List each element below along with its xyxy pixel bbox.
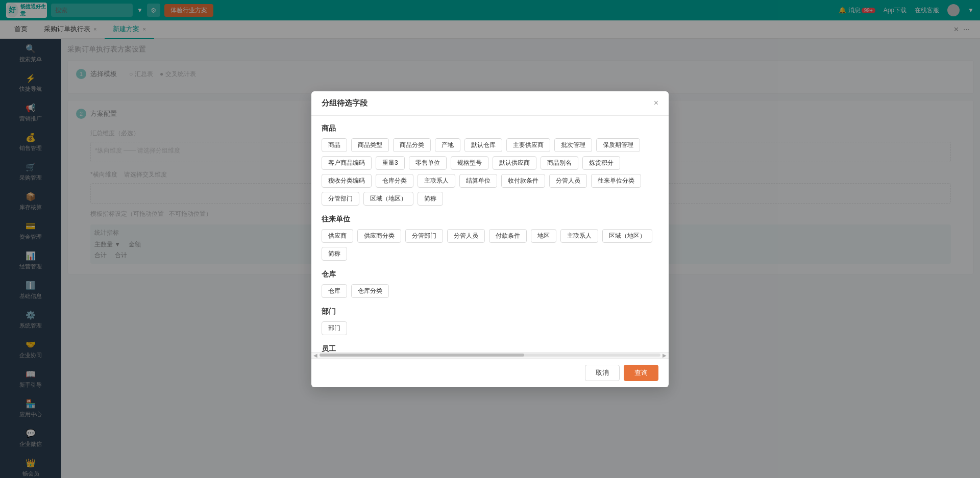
- field-tags-3: 部门: [322, 321, 658, 335]
- modal-header: 分组待选字段 ×: [311, 91, 669, 116]
- field-tags-1: 供应商供应商分类分管部门分管人员付款条件地区主联系人区域（地区）简称: [322, 229, 658, 261]
- field-tag-0-23[interactable]: 区域（地区）: [363, 192, 413, 206]
- field-tag-0-4[interactable]: 默认仓库: [464, 138, 502, 152]
- field-group-title-0: 商品: [322, 124, 658, 133]
- field-tag-0-11[interactable]: 规格型号: [451, 156, 488, 170]
- field-tag-0-24[interactable]: 简称: [418, 192, 443, 206]
- field-tag-0-16[interactable]: 仓库分类: [376, 174, 413, 188]
- modal-body: 商品商品商品类型商品分类产地默认仓库主要供应商批次管理保质期管理客户商品编码重量…: [311, 116, 669, 352]
- field-group-title-3: 部门: [322, 307, 658, 316]
- field-tags-2: 仓库仓库分类: [322, 284, 658, 298]
- field-tag-0-1[interactable]: 商品类型: [351, 138, 389, 152]
- modal: 分组待选字段 × 商品商品商品类型商品分类产地默认仓库主要供应商批次管理保质期管…: [311, 91, 669, 387]
- field-tag-1-4[interactable]: 付款条件: [489, 229, 527, 243]
- field-group-0: 商品商品商品类型商品分类产地默认仓库主要供应商批次管理保质期管理客户商品编码重量…: [322, 124, 658, 206]
- field-group-1: 往来单位供应商供应商分类分管部门分管人员付款条件地区主联系人区域（地区）简称: [322, 215, 658, 261]
- field-tag-1-5[interactable]: 地区: [531, 229, 556, 243]
- modal-overlay: 分组待选字段 × 商品商品商品类型商品分类产地默认仓库主要供应商批次管理保质期管…: [0, 0, 980, 478]
- field-tag-0-5[interactable]: 主要供应商: [506, 138, 550, 152]
- field-tag-0-22[interactable]: 分管部门: [322, 192, 359, 206]
- field-tag-0-6[interactable]: 批次管理: [554, 138, 592, 152]
- field-tag-0-18[interactable]: 结算单位: [459, 174, 497, 188]
- field-tag-1-6[interactable]: 主联系人: [560, 229, 598, 243]
- field-tag-1-1[interactable]: 供应商分类: [357, 229, 401, 243]
- field-tag-0-17[interactable]: 主联系人: [418, 174, 455, 188]
- cancel-button[interactable]: 取消: [585, 365, 620, 381]
- hscroll-thumb: [320, 354, 524, 357]
- field-group-title-2: 仓库: [322, 270, 658, 279]
- modal-title: 分组待选字段: [322, 98, 368, 108]
- field-tag-0-12[interactable]: 默认供应商: [493, 156, 536, 170]
- field-tag-0-0[interactable]: 商品: [322, 138, 347, 152]
- field-tag-0-10[interactable]: 零售单位: [409, 156, 447, 170]
- field-group-title-1: 往来单位: [322, 215, 658, 224]
- field-tag-2-0[interactable]: 仓库: [322, 284, 347, 298]
- field-tag-1-3[interactable]: 分管人员: [447, 229, 485, 243]
- field-tag-0-20[interactable]: 分管人员: [549, 174, 587, 188]
- field-tag-1-0[interactable]: 供应商: [322, 229, 353, 243]
- field-tag-1-8[interactable]: 简称: [322, 247, 347, 261]
- field-group-title-4: 员工: [322, 344, 658, 352]
- field-tag-0-2[interactable]: 商品分类: [393, 138, 431, 152]
- field-tag-0-15[interactable]: 税收分类编码: [322, 174, 372, 188]
- field-tag-0-8[interactable]: 客户商品编码: [322, 156, 372, 170]
- modal-footer: 取消 查询: [311, 358, 669, 387]
- field-group-2: 仓库仓库仓库分类: [322, 270, 658, 298]
- field-tag-0-13[interactable]: 商品别名: [541, 156, 578, 170]
- field-tag-0-19[interactable]: 收付款条件: [501, 174, 545, 188]
- field-tag-0-14[interactable]: 炼货积分: [582, 156, 620, 170]
- field-tag-3-0[interactable]: 部门: [322, 321, 347, 335]
- field-tags-0: 商品商品类型商品分类产地默认仓库主要供应商批次管理保质期管理客户商品编码重量3零…: [322, 138, 658, 206]
- field-tag-0-21[interactable]: 往来单位分类: [591, 174, 641, 188]
- confirm-button[interactable]: 查询: [624, 365, 658, 381]
- field-tag-2-1[interactable]: 仓库分类: [351, 284, 389, 298]
- field-tag-0-7[interactable]: 保质期管理: [596, 138, 640, 152]
- field-tag-1-7[interactable]: 区域（地区）: [602, 229, 652, 243]
- field-group-4: 员工业务员: [322, 344, 658, 352]
- field-tag-0-3[interactable]: 产地: [435, 138, 460, 152]
- field-tag-0-9[interactable]: 重量3: [376, 156, 405, 170]
- modal-close-btn[interactable]: ×: [654, 98, 658, 108]
- modal-hscroll[interactable]: ◀ ▶: [311, 352, 669, 358]
- field-tag-1-2[interactable]: 分管部门: [405, 229, 443, 243]
- hscroll-track: [320, 354, 660, 357]
- field-group-3: 部门部门: [322, 307, 658, 335]
